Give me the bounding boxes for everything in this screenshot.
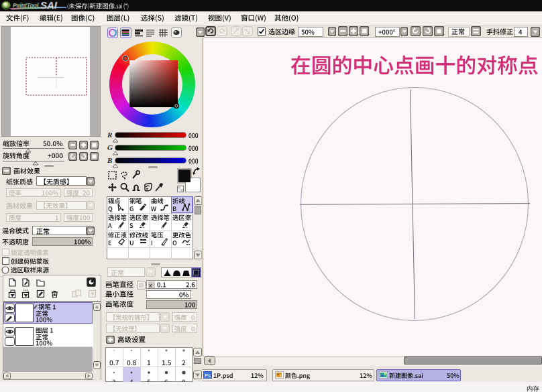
svg-text:Ps: Ps <box>205 373 211 379</box>
